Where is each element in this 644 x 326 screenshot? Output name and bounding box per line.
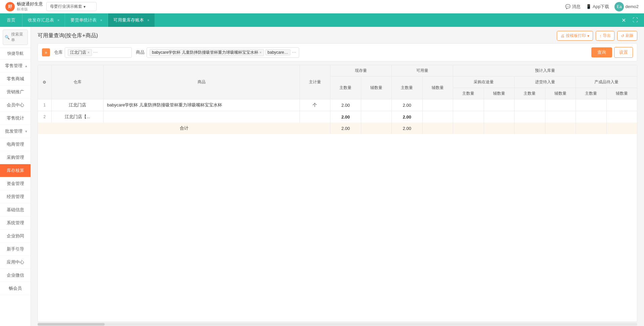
sidebar-item-purchase-mgmt-label: 采购管理 xyxy=(3,154,28,160)
avatar: Ea xyxy=(614,2,624,11)
sidebar-item-app-center-label: 应用中心 xyxy=(3,259,28,265)
th-settings[interactable]: ⚙ xyxy=(38,65,51,99)
sidebar-item-retail-stats[interactable]: 零售统计 xyxy=(0,112,31,125)
sidebar-item-enterprise-wechat[interactable]: 企业微信 xyxy=(0,269,31,282)
main-layout: 🔍 搜索菜单 快捷导航 零售管理 ▲ 零售商城 营销推广 会员中心 零售统计 批… xyxy=(0,27,644,326)
scrollbar-track xyxy=(38,323,637,326)
sidebar-quick-nav-label: 快捷导航 xyxy=(7,51,23,56)
row-2-product xyxy=(103,111,300,123)
refresh-button[interactable]: ↺ 刷新 xyxy=(617,31,637,41)
row-2-warehouse: 江北门店【... xyxy=(51,111,103,123)
sidebar-item-marketing[interactable]: 营销推广 xyxy=(0,86,31,99)
th-pur-pending-group: 进货待入量 xyxy=(515,77,576,88)
export-icon: ↑ xyxy=(599,34,601,38)
nav-tabs-bar: 首页 收发存汇总表 × 要货单统计表 × 可用量库存账本 × ✕ ⛶ xyxy=(0,13,644,27)
sidebar-item-wholesale-mgmt[interactable]: 批发管理 ▼ xyxy=(0,125,31,138)
sidebar-item-ecommerce-mgmt[interactable]: 电商管理 xyxy=(0,138,31,151)
row-2-stock-aux xyxy=(361,111,392,123)
row-2-pur-pending-main xyxy=(515,111,545,123)
expand-window-button[interactable]: ⛶ xyxy=(631,16,640,24)
sidebar-item-basic-info[interactable]: 基础信息 xyxy=(0,203,31,217)
search-icon: 🔍 xyxy=(5,35,10,40)
sidebar-item-system-mgmt[interactable]: 系统管理 xyxy=(0,217,31,230)
product-tag1-close[interactable]: × xyxy=(260,51,262,54)
sidebar-item-inventory-accounting[interactable]: 库存核算 xyxy=(0,164,31,177)
filter-right-actions: 查询 设置 xyxy=(591,47,633,58)
row-1-pur-pending-aux xyxy=(545,99,576,111)
product-tag1: babycare学饮杯 儿童防摔防撞吸管杯重力球吸嘴杯宝宝水杯 × xyxy=(150,49,264,56)
tab-home-label: 首页 xyxy=(7,17,15,23)
tab-available-stock[interactable]: 可用量库存账本 × xyxy=(108,13,155,27)
table-container: ⚙ 仓库 商品 主计量 现存量 可用量 预计入库量 主数量 辅数量 主数量 辅数… xyxy=(38,65,637,322)
app-download-button[interactable]: 📱 App下载 xyxy=(586,4,609,10)
sidebar-item-new-guide[interactable]: 新手引导 xyxy=(0,243,31,256)
sidebar: 🔍 搜索菜单 快捷导航 零售管理 ▲ 零售商城 营销推广 会员中心 零售统计 批… xyxy=(0,27,31,326)
tab-purchase-stats[interactable]: 要货单统计表 × xyxy=(65,13,108,27)
message-label: 消息 xyxy=(572,4,581,10)
query-button[interactable]: 查询 xyxy=(591,47,612,57)
footer-avail-aux xyxy=(422,123,453,134)
sidebar-item-member-center-label: 会员中心 xyxy=(3,102,28,108)
scrollbar-thumb[interactable] xyxy=(38,323,105,326)
sidebar-item-app-center[interactable]: 应用中心 xyxy=(0,256,31,269)
sidebar-item-enterprise-collab-label: 企业协同 xyxy=(3,233,28,239)
user-menu[interactable]: Ea demo2 xyxy=(614,2,639,11)
row-2-avail-aux xyxy=(422,111,453,123)
page-title: 可用量查询(按仓库+商品) xyxy=(38,32,98,39)
setting-button[interactable]: 设置 xyxy=(614,47,633,58)
export-button[interactable]: ↑ 导出 xyxy=(596,31,614,41)
product-filter-input[interactable]: babycare学饮杯 儿童防摔防撞吸管杯重力球吸嘴杯宝宝水杯 × babyca… xyxy=(147,47,299,58)
th-prod-pending-main: 主数量 xyxy=(576,88,607,99)
tab-purchase-stats-close[interactable]: × xyxy=(100,18,102,22)
tab-collection-summary-label: 收发存汇总表 xyxy=(28,17,54,23)
table-footer-row: 合计 2.00 2.00 xyxy=(38,123,637,134)
sidebar-item-member-center[interactable]: 会员中心 xyxy=(0,99,31,112)
th-avail-aux: 辅数量 xyxy=(422,77,453,99)
logo-text: 畅捷通好生意 xyxy=(17,1,43,7)
footer-label: 合计 xyxy=(38,123,330,134)
sidebar-item-operations-mgmt-label: 经营管理 xyxy=(3,194,28,200)
industry-selector[interactable]: 母婴行业演示账套 ▾ xyxy=(46,2,97,11)
sidebar-item-purchase-mgmt[interactable]: 采购管理 xyxy=(0,151,31,164)
sidebar-item-wholesale-arrow: ▼ xyxy=(24,130,28,133)
sidebar-item-retail-mall-label: 零售商城 xyxy=(3,76,28,82)
sidebar-item-operations-mgmt[interactable]: 经营管理 xyxy=(0,190,31,203)
message-button[interactable]: 💬 消息 xyxy=(565,4,581,10)
close-all-tabs-button[interactable]: ✕ xyxy=(620,16,628,24)
row-1-prod-pending-main xyxy=(576,99,607,111)
sidebar-item-enterprise-collab[interactable]: 企业协同 xyxy=(0,230,31,243)
sidebar-item-marketing-label: 营销推广 xyxy=(3,89,28,95)
user-name: demo2 xyxy=(625,4,639,9)
sidebar-item-vip-member[interactable]: 畅会员 xyxy=(0,282,31,295)
print-button[interactable]: 🖨 按模板打印 ▾ xyxy=(557,31,593,41)
row-2-avail-main: 2.00 xyxy=(392,111,423,123)
sidebar-item-retail-mall[interactable]: 零售商城 xyxy=(0,73,31,86)
warehouse-tag: 江北门店 × xyxy=(68,49,92,56)
row-1-product: babycare学饮杯 儿童防摔防撞吸管杯重力球吸嘴杯宝宝水杯 xyxy=(103,99,300,111)
sidebar-item-finance-mgmt[interactable]: 资金管理 xyxy=(0,177,31,190)
th-pur-pending-aux: 辅数量 xyxy=(545,88,576,99)
footer-stock-aux xyxy=(361,123,392,134)
export-label: 导出 xyxy=(603,33,611,39)
tab-collection-summary-close[interactable]: × xyxy=(57,18,59,22)
th-pur-transit-aux: 辅数量 xyxy=(484,88,515,99)
product-filter-field: 商品 babycare学饮杯 儿童防摔防撞吸管杯重力球吸嘴杯宝宝水杯 × bab… xyxy=(136,47,299,58)
warehouse-filter-input[interactable]: 江北门店 × ··· xyxy=(65,47,132,58)
footer-pur-transit-aux xyxy=(484,123,515,134)
sidebar-item-inventory-accounting-label: 库存核算 xyxy=(3,168,28,174)
th-stock-group: 现存量 xyxy=(330,65,392,77)
product-more-icon[interactable]: ··· xyxy=(292,49,296,55)
warehouse-filter-label: 仓库 xyxy=(54,49,63,55)
filter-expand-button[interactable]: » xyxy=(42,48,50,56)
tab-available-stock-close[interactable]: × xyxy=(147,18,149,22)
sidebar-search-button[interactable]: 🔍 搜索菜单 xyxy=(3,30,28,45)
warehouse-tag-close[interactable]: × xyxy=(88,51,90,54)
warehouse-more-icon[interactable]: ··· xyxy=(93,49,98,55)
tab-home[interactable]: 首页 xyxy=(0,13,22,27)
sidebar-quick-nav[interactable]: 快捷导航 xyxy=(0,48,31,59)
tab-collection-summary[interactable]: 收发存汇总表 × xyxy=(22,13,65,27)
page-actions: 🖨 按模板打印 ▾ ↑ 导出 ↺ 刷新 xyxy=(557,31,637,41)
product-tag2: babycare… xyxy=(265,49,290,55)
row-1-warehouse: 江北门店 xyxy=(51,99,103,111)
sidebar-item-retail-mgmt[interactable]: 零售管理 ▲ xyxy=(0,59,31,73)
